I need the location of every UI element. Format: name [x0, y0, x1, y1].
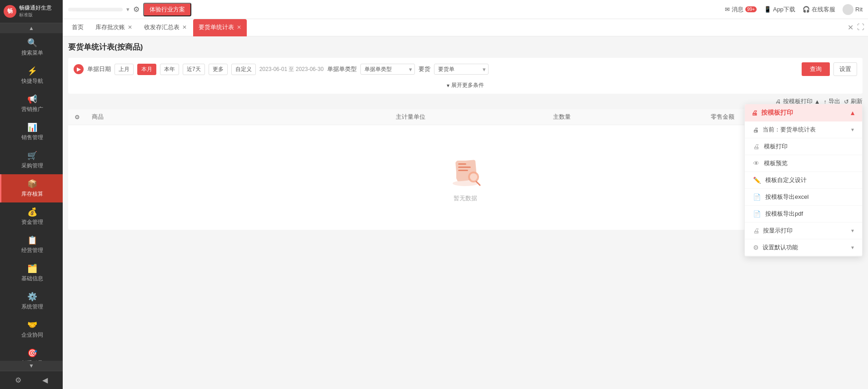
- online-service-btn[interactable]: 🎧 在线客服: [803, 5, 835, 14]
- table-header: ⚙ 商品 主计量单位 主数量 零售金额: [68, 109, 863, 125]
- tab-inventory-batch[interactable]: 库存批次账 ✕: [90, 19, 138, 36]
- svg-point-7: [470, 173, 477, 181]
- filter-expand-button[interactable]: ▶: [74, 64, 84, 74]
- display-print-arrow: ▾: [851, 227, 854, 234]
- tab-close-receipt-summary[interactable]: ✕: [182, 24, 187, 30]
- filter-card: ▶ 单据日期 上月 本月 本年 近7天 更多 自定义 2023-06-01 至 …: [68, 58, 863, 94]
- dropdown-item-template-print[interactable]: 🖨 模板打印: [745, 138, 862, 155]
- settings-footer-icon[interactable]: ⚙: [15, 376, 21, 384]
- trial-button[interactable]: 体验行业方案: [143, 3, 191, 16]
- download-icon: 📱: [764, 6, 771, 13]
- tab-home[interactable]: 首页: [66, 19, 89, 36]
- current-icon: 🖨: [753, 126, 759, 133]
- template-excel-icon: 📄: [753, 193, 761, 201]
- dropdown-item-template-excel[interactable]: 📄 按模板导出excel: [745, 189, 862, 206]
- content-area: 要货单统计表(按商品) ▶ 单据日期 上月 本月 本年 近7天 更多 自定义 2…: [63, 36, 868, 389]
- collapse-icon[interactable]: ◀: [42, 376, 48, 384]
- maximize-window-icon[interactable]: ⛶: [857, 23, 864, 32]
- goods-select-wrap: 要货单: [434, 64, 489, 75]
- topbar-right: ✉ 消息 99+ 📱 App下载 🎧 在线客服 Rit: [725, 4, 863, 15]
- tab-receipt-summary[interactable]: 收发存汇总表 ✕: [139, 19, 192, 36]
- sidebar-item-sales[interactable]: 📊 销售管理: [0, 118, 63, 146]
- type-select-wrap: 单据单类型: [360, 64, 415, 75]
- topbar: ▾ ⚙ 体验行业方案 ✉ 消息 99+ 📱 App下载 🎧 在线客服 Rit: [63, 0, 868, 19]
- app-badge: 标准版: [19, 12, 52, 18]
- date-btn-custom[interactable]: 自定义: [231, 64, 256, 75]
- template-preview-icon: 👁: [753, 160, 759, 167]
- expand-more-button[interactable]: ▾ 展开更多条件: [447, 81, 484, 89]
- th-settings[interactable]: ⚙: [68, 114, 86, 121]
- svg-rect-4: [458, 167, 471, 168]
- search-icon: 🔍: [27, 38, 37, 48]
- topbar-chevron-icon[interactable]: ▾: [126, 6, 130, 13]
- search-bar[interactable]: [68, 8, 123, 11]
- tabs-bar: 首页 库存批次账 ✕ 收发存汇总表 ✕ 要货单统计表 ✕ ✕ ⛶: [63, 19, 868, 36]
- dropdown-item-template-design[interactable]: ✏️ 模板自定义设计: [745, 172, 862, 189]
- app-download-btn[interactable]: 📱 App下载: [764, 5, 795, 14]
- corp-icon: 🤝: [27, 320, 37, 330]
- dropdown-item-template-preview[interactable]: 👁 模板预览: [745, 155, 862, 172]
- close-window-icon[interactable]: ✕: [848, 23, 853, 32]
- topbar-gear-icon[interactable]: ⚙: [133, 5, 140, 14]
- avatar-img: [843, 4, 853, 15]
- data-table: ⚙ 商品 主计量单位 主数量 零售金额 暂: [68, 109, 863, 230]
- sidebar-item-operation[interactable]: 📋 经营管理: [0, 231, 63, 259]
- sidebar-item-basic[interactable]: 🗂️ 基础信息: [0, 259, 63, 287]
- date-btn-this-year[interactable]: 本年: [160, 64, 179, 75]
- sidebar-item-nav[interactable]: ⚡ 快捷导航: [0, 61, 63, 90]
- svg-rect-5: [458, 170, 468, 171]
- sidebar-item-purchase[interactable]: 🛒 采购管理: [0, 146, 63, 174]
- dropdown-print-icon: 🖨: [751, 109, 758, 116]
- sidebar-item-marketing[interactable]: 📢 营销推广: [0, 90, 63, 118]
- dropdown-section-display-print[interactable]: 🖨 按显示打印 ▾: [745, 222, 862, 239]
- app-name: 畅赚通好生意: [19, 5, 52, 12]
- dropdown-current-item[interactable]: 🖨 当前：要货单统计表 ▾: [745, 121, 862, 138]
- sidebar-nav: 🔍 搜索菜单 ⚡ 快捷导航 📢 营销推广 📊 销售管理 🛒 采购管理 📦 库存核…: [0, 33, 63, 361]
- scroll-up[interactable]: ▲: [0, 23, 63, 33]
- system-icon: ⚙️: [27, 292, 37, 302]
- message-icon: ✉: [725, 6, 730, 13]
- goods-select[interactable]: 要货单: [434, 64, 489, 75]
- settings-button[interactable]: 设置: [833, 62, 857, 76]
- sidebar-item-inventory[interactable]: 📦 库存核算: [0, 174, 63, 202]
- dropdown-item-template-pdf[interactable]: 📄 按模板导出pdf: [745, 206, 862, 222]
- default-func-arrow: ▾: [851, 244, 854, 251]
- type-select[interactable]: 单据单类型: [360, 64, 415, 75]
- date-btn-this-month[interactable]: 本月: [137, 64, 156, 75]
- nav-icon: ⚡: [27, 66, 37, 76]
- filter-actions: 查询 设置: [802, 62, 857, 76]
- empty-text: 暂无数据: [454, 194, 477, 202]
- tab-order-stat[interactable]: 要货单统计表 ✕: [193, 19, 247, 36]
- date-btn-7days[interactable]: 近7天: [183, 64, 205, 75]
- tab-close-order-stat[interactable]: ✕: [237, 24, 241, 30]
- dropdown-section-default-func[interactable]: ⚙ 设置默认功能 ▾: [745, 239, 862, 256]
- template-pdf-icon: 📄: [753, 210, 761, 217]
- sidebar-item-system[interactable]: ⚙️ 系统管理: [0, 287, 63, 315]
- main-area: ▾ ⚙ 体验行业方案 ✉ 消息 99+ 📱 App下载 🎧 在线客服 Rit: [63, 0, 868, 389]
- dropdown-collapse-icon[interactable]: ▲: [849, 109, 856, 116]
- sidebar-item-search[interactable]: 🔍 搜索菜单: [0, 33, 63, 61]
- sales-icon: 📊: [27, 122, 37, 132]
- current-arrow: ▾: [851, 126, 854, 133]
- date-btn-last-month[interactable]: 上月: [115, 64, 134, 75]
- dropdown-header[interactable]: 🖨 按模板打印 ▲: [745, 104, 862, 121]
- guide-icon: 🎯: [27, 348, 37, 358]
- table-toolbar: 🖨 按模板打印 ▲ ↑ 导出 ↺ 刷新: [68, 97, 863, 106]
- sidebar-item-guide[interactable]: 🎯 新手引导: [0, 344, 63, 361]
- tab-close-inventory-batch[interactable]: ✕: [128, 24, 132, 30]
- goods-label: 要货: [419, 65, 430, 73]
- sidebar-item-finance[interactable]: 💰 资金管理: [0, 202, 63, 231]
- page-title: 要货单统计表(按商品): [68, 42, 863, 52]
- th-goods: 商品: [86, 113, 390, 121]
- user-avatar[interactable]: Rit: [843, 4, 863, 15]
- message-btn[interactable]: ✉ 消息 99+: [725, 5, 757, 14]
- query-button[interactable]: 查询: [802, 62, 830, 76]
- date-label: 单据日期: [87, 65, 111, 73]
- service-icon: 🎧: [803, 6, 810, 13]
- sidebar: 畅 畅赚通好生意 标准版 ▲ 🔍 搜索菜单 ⚡ 快捷导航 📢 营销推广 📊 销售…: [0, 0, 63, 389]
- sidebar-item-corp[interactable]: 🤝 企业协同: [0, 315, 63, 344]
- dropdown-title-area: 🖨 按模板打印: [751, 109, 793, 117]
- template-design-icon: ✏️: [753, 177, 761, 184]
- scroll-down[interactable]: ▼: [0, 361, 63, 371]
- date-btn-more[interactable]: 更多: [209, 64, 228, 75]
